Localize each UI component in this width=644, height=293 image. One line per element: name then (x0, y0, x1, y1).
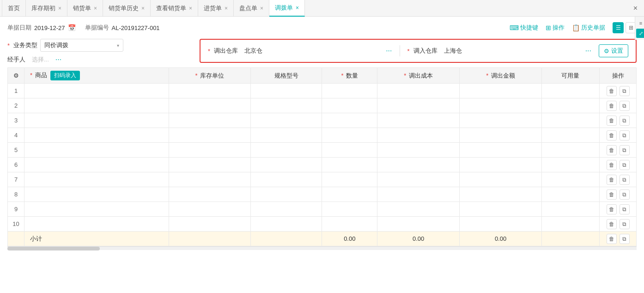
unit-cell[interactable] (169, 84, 251, 98)
available-cell[interactable] (541, 217, 599, 232)
tab-close-icon[interactable]: × (260, 5, 263, 12)
shortcuts-button[interactable]: ⌨ 快捷键 (510, 24, 538, 32)
available-cell[interactable] (541, 187, 599, 202)
unit-cell[interactable] (169, 158, 251, 172)
available-cell[interactable] (541, 143, 599, 158)
spec-cell[interactable] (251, 98, 322, 113)
spec-cell[interactable] (251, 158, 322, 172)
tab-close-icon[interactable]: × (189, 5, 192, 12)
row-delete-btn[interactable]: 🗑 (607, 219, 617, 229)
amount-cell[interactable] (460, 84, 542, 98)
unit-cell[interactable] (169, 187, 251, 202)
amount-cell[interactable] (460, 128, 542, 143)
tab-close-icon[interactable]: × (58, 5, 61, 12)
available-cell[interactable] (541, 202, 599, 217)
tab-close-icon[interactable]: × (94, 5, 97, 12)
spec-cell[interactable] (251, 217, 322, 232)
amount-cell[interactable] (460, 187, 542, 202)
tab-purchase[interactable]: 进货单 × (198, 0, 234, 17)
row-copy-btn[interactable]: ⧉ (620, 86, 630, 96)
list-view-button[interactable]: ☰ (613, 22, 624, 33)
row-delete-btn[interactable]: 🗑 (607, 86, 617, 96)
available-cell[interactable] (541, 158, 599, 172)
product-cell[interactable] (24, 172, 169, 187)
unit-cell[interactable] (169, 98, 251, 113)
horizontal-scrollbar[interactable] (7, 246, 637, 250)
tab-close-active-icon[interactable]: × (296, 5, 299, 11)
available-cell[interactable] (541, 98, 599, 113)
row-copy-btn[interactable]: ⧉ (620, 175, 630, 185)
row-delete-btn[interactable]: 🗑 (607, 145, 617, 155)
tab-stocktake[interactable]: 盘点单 × (234, 0, 269, 17)
side-expand-button[interactable]: ⤢ (636, 29, 644, 38)
out-warehouse-more-icon[interactable]: ··· (386, 47, 392, 55)
settings-button[interactable]: ⚙ 设置 (599, 44, 628, 57)
available-cell[interactable] (541, 113, 599, 128)
cost-cell[interactable] (377, 113, 460, 128)
product-cell[interactable] (24, 98, 169, 113)
side-list-button[interactable]: ≡ (636, 18, 644, 28)
unit-cell[interactable] (169, 143, 251, 158)
tab-transfer[interactable]: 调拨单 × (269, 0, 305, 17)
available-cell[interactable] (541, 172, 599, 187)
product-cell[interactable] (24, 217, 169, 232)
spec-cell[interactable] (251, 202, 322, 217)
business-type-select[interactable]: 同价调拨 ▾ (40, 39, 123, 52)
row-copy-btn[interactable]: ⧉ (620, 130, 630, 140)
unit-cell[interactable] (169, 172, 251, 187)
tab-view-sales[interactable]: 查看销货单 × (151, 0, 198, 17)
row-delete-btn[interactable]: 🗑 (607, 204, 617, 214)
spec-cell[interactable] (251, 128, 322, 143)
amount-cell[interactable] (460, 217, 542, 232)
amount-cell[interactable] (460, 202, 542, 217)
cost-cell[interactable] (377, 202, 460, 217)
row-delete-btn[interactable]: 🗑 (607, 130, 617, 140)
row-delete-btn[interactable]: 🗑 (607, 116, 617, 126)
calendar-icon[interactable]: 📅 (68, 24, 76, 31)
product-cell[interactable] (24, 128, 169, 143)
row-copy-btn[interactable]: ⧉ (620, 160, 630, 170)
row-delete-btn[interactable]: 🗑 (607, 189, 617, 200)
cost-cell[interactable] (377, 143, 460, 158)
row-delete-btn[interactable]: 🗑 (607, 234, 617, 244)
amount-cell[interactable] (460, 172, 542, 187)
cost-cell[interactable] (377, 158, 460, 172)
spec-cell[interactable] (251, 172, 322, 187)
in-warehouse-more-icon[interactable]: ··· (585, 47, 591, 55)
unit-cell[interactable] (169, 128, 251, 143)
spec-cell[interactable] (251, 143, 322, 158)
product-cell[interactable] (24, 143, 169, 158)
scroll-thumb[interactable] (7, 247, 100, 250)
gear-col-icon[interactable]: ⚙ (13, 72, 19, 79)
available-cell[interactable] (541, 128, 599, 143)
row-copy-btn[interactable]: ⧉ (620, 234, 630, 244)
qty-cell[interactable] (322, 202, 377, 217)
qty-cell[interactable] (322, 98, 377, 113)
row-copy-btn[interactable]: ⧉ (620, 219, 630, 229)
tab-inventory-init[interactable]: 库存期初 × (26, 0, 67, 17)
cost-cell[interactable] (377, 128, 460, 143)
cost-cell[interactable] (377, 172, 460, 187)
tab-sales[interactable]: 销货单 × (67, 0, 103, 17)
history-button[interactable]: 📋 历史单据 (572, 24, 605, 32)
tab-close-icon[interactable]: × (225, 5, 228, 12)
product-cell[interactable] (24, 158, 169, 172)
cost-cell[interactable] (377, 187, 460, 202)
qty-cell[interactable] (322, 143, 377, 158)
row-delete-btn[interactable]: 🗑 (607, 175, 617, 185)
qty-cell[interactable] (322, 84, 377, 98)
cost-cell[interactable] (377, 84, 460, 98)
amount-cell[interactable] (460, 98, 542, 113)
window-close-button[interactable]: × (629, 4, 642, 12)
amount-cell[interactable] (460, 158, 542, 172)
qty-cell[interactable] (322, 128, 377, 143)
qty-cell[interactable] (322, 217, 377, 232)
unit-cell[interactable] (169, 217, 251, 232)
cost-cell[interactable] (377, 98, 460, 113)
amount-cell[interactable] (460, 113, 542, 128)
spec-cell[interactable] (251, 113, 322, 128)
tab-home[interactable]: 首页 (2, 0, 26, 17)
handler-select[interactable]: 选择... (32, 55, 49, 64)
product-cell[interactable] (24, 187, 169, 202)
tab-close-icon[interactable]: × (141, 5, 145, 12)
